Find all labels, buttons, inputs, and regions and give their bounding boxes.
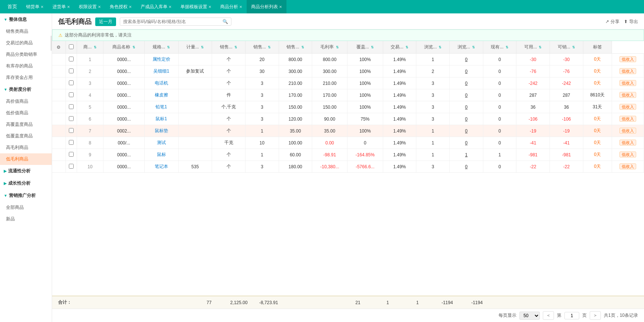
view-count2-column-header[interactable]: 浏览... ⇅ [450, 41, 483, 54]
export-button[interactable]: ⬆ 导出 [624, 19, 638, 25]
checkbox-column-header[interactable] [65, 41, 77, 54]
gross-margin-column-header[interactable]: 毛利率 ⇅ [312, 41, 347, 54]
tag-column-header[interactable]: 标签 [583, 41, 612, 54]
row-checkbox[interactable] [69, 152, 74, 157]
code-column-header[interactable]: 商... ⇅ [77, 41, 103, 54]
row-view-count[interactable]: 0 [450, 66, 483, 77]
search-icon[interactable]: 🔍 [222, 19, 228, 24]
close-icon[interactable]: ✕ [98, 5, 101, 9]
sidebar-item-low-margin[interactable]: 低毛利商品 [0, 153, 52, 165]
filter-recent-month-button[interactable]: 近一月 [95, 17, 116, 26]
nav-item-template[interactable]: 单据模板设置 ✕ [176, 0, 216, 13]
gear-icon[interactable]: ⚙ [57, 45, 61, 50]
spec-column-header[interactable]: 规格... ⇅ [144, 41, 178, 54]
close-icon[interactable]: ✕ [279, 5, 282, 9]
sidebar-group-growth[interactable]: ▶ 成长性分析 [0, 177, 52, 189]
sales-amount-column-header[interactable]: 销售... ⇅ [279, 41, 312, 54]
sidebar-item-category-rate[interactable]: 商品分类助销率 [0, 49, 52, 60]
page-number-input[interactable] [564, 312, 579, 319]
row-name[interactable]: 铅笔1 [144, 101, 178, 113]
close-icon[interactable]: ✕ [41, 5, 44, 9]
current-stock-column-header[interactable]: 现有... ⇅ [483, 41, 516, 54]
sidebar-item-high-value[interactable]: 高价值商品 [0, 96, 52, 107]
row-checkbox-cell[interactable] [65, 161, 77, 173]
sidebar-item-low-coverage[interactable]: 低覆盖度商品 [0, 130, 52, 142]
row-checkbox[interactable] [69, 104, 74, 109]
share-button[interactable]: ↗ 分享 [605, 19, 619, 25]
row-view-count[interactable]: 0 [450, 125, 483, 137]
row-checkbox-cell[interactable] [65, 66, 77, 77]
sidebar-group-overall[interactable]: ▼ 整体信息 [0, 13, 52, 26]
row-name[interactable]: 吴细细1 [144, 66, 178, 77]
sidebar-item-high-coverage[interactable]: 高覆盖度商品 [0, 119, 52, 130]
row-checkbox-cell[interactable] [65, 149, 77, 161]
available-stock-column-header[interactable]: 可用... ⇅ [516, 41, 550, 54]
nav-item-permission[interactable]: 权限设置 ✕ [74, 0, 105, 13]
row-name[interactable]: 鼠标 [144, 149, 178, 161]
row-view-count[interactable]: 1 [450, 149, 483, 161]
row-name[interactable]: 电话机 [144, 77, 178, 89]
prev-page-button[interactable]: ＜ [543, 311, 554, 320]
trade-count-column-header[interactable]: 交易... ⇅ [383, 41, 416, 54]
nav-item-home[interactable]: 首页 [3, 0, 22, 13]
row-view-count[interactable]: 0 [450, 77, 483, 89]
page-size-select[interactable]: 50 100 200 [519, 312, 540, 320]
row-checkbox-cell[interactable] [65, 89, 77, 101]
row-name[interactable]: 鼠标1 [144, 113, 178, 125]
nav-item-goods-analysis-list[interactable]: 商品分析列表 ✕ [247, 0, 286, 13]
sidebar-item-in-stock[interactable]: 有库存的商品 [0, 60, 52, 72]
sidebar-item-all-goods[interactable]: 全部商品 [0, 202, 52, 213]
row-checkbox[interactable] [69, 80, 74, 85]
close-icon[interactable]: ✕ [129, 5, 132, 9]
close-icon[interactable]: ✕ [67, 5, 70, 9]
search-input[interactable] [123, 19, 221, 24]
row-checkbox[interactable] [69, 140, 74, 145]
row-view-count[interactable]: 0 [450, 161, 483, 173]
select-all-checkbox[interactable] [69, 44, 74, 49]
row-checkbox-cell[interactable] [65, 137, 77, 149]
row-name[interactable]: 橡皮擦 [144, 89, 178, 101]
sidebar-item-stock-capital[interactable]: 库存资金占用 [0, 72, 52, 83]
row-checkbox[interactable] [69, 164, 74, 169]
row-name[interactable]: 鼠标垫 [144, 125, 178, 137]
row-checkbox-cell[interactable] [65, 125, 77, 137]
row-checkbox-cell[interactable] [65, 77, 77, 89]
coverage-column-header[interactable]: 覆盖... ⇅ [347, 41, 383, 54]
nav-item-purchase[interactable]: 进货单 ✕ [48, 0, 74, 13]
nav-item-goods-analysis[interactable]: 商品分析 ✕ [216, 0, 247, 13]
sidebar-item-low-value[interactable]: 低价值商品 [0, 107, 52, 119]
table-container[interactable]: ⚙ 商... ⇅ 商品名称 ⇅ [52, 41, 644, 296]
row-checkbox-cell[interactable] [65, 54, 77, 66]
row-checkbox[interactable] [69, 116, 74, 121]
sales-price-column-header[interactable]: 销售... ⇅ [245, 41, 279, 54]
nav-item-role[interactable]: 角色授权 ✕ [105, 0, 136, 13]
close-icon[interactable]: ✕ [208, 5, 211, 9]
unit-column-header[interactable]: 计量... ⇅ [178, 41, 212, 54]
row-view-count[interactable]: 0 [450, 89, 483, 101]
row-checkbox-cell[interactable] [65, 101, 77, 113]
sidebar-item-high-margin[interactable]: 高毛利商品 [0, 142, 52, 153]
sidebar-item-new-goods[interactable]: 新品 [0, 213, 52, 225]
sidebar-group-circulation[interactable]: ▶ 流通性分析 [0, 165, 52, 177]
sidebar-item-traded-goods[interactable]: 交易过的商品 [0, 37, 52, 49]
sidebar-group-class[interactable]: ▼ 类射度分析 [0, 83, 52, 96]
sellable-days-column-header[interactable]: 可销... ⇅ [550, 41, 583, 54]
close-icon[interactable]: ✕ [239, 5, 242, 9]
settings-column-header[interactable]: ⚙ [52, 41, 65, 54]
row-checkbox[interactable] [69, 92, 74, 97]
nav-item-sales[interactable]: 销货单 ✕ [22, 0, 48, 13]
row-view-count[interactable]: 0 [450, 54, 483, 66]
next-page-button[interactable]: ＞ [590, 311, 601, 320]
row-checkbox[interactable] [69, 68, 74, 73]
view-count-column-header[interactable]: 浏览... ⇅ [416, 41, 450, 54]
sidebar-item-sales-goods[interactable]: 销售类商品 [0, 26, 52, 37]
row-name[interactable]: 笔记本 [144, 161, 178, 173]
row-view-count[interactable]: 0 [450, 101, 483, 113]
sidebar-group-marketing[interactable]: ▼ 营销推广分析 [0, 189, 52, 202]
close-icon[interactable]: ✕ [169, 5, 172, 9]
nav-item-product-in[interactable]: 产成品入库单 ✕ [136, 0, 176, 13]
sales-qty-column-header[interactable]: 销售... ⇅ [212, 41, 246, 54]
row-view-count[interactable]: 0 [450, 113, 483, 125]
row-name[interactable]: 测试 [144, 137, 178, 149]
row-view-count[interactable]: 0 [450, 137, 483, 149]
